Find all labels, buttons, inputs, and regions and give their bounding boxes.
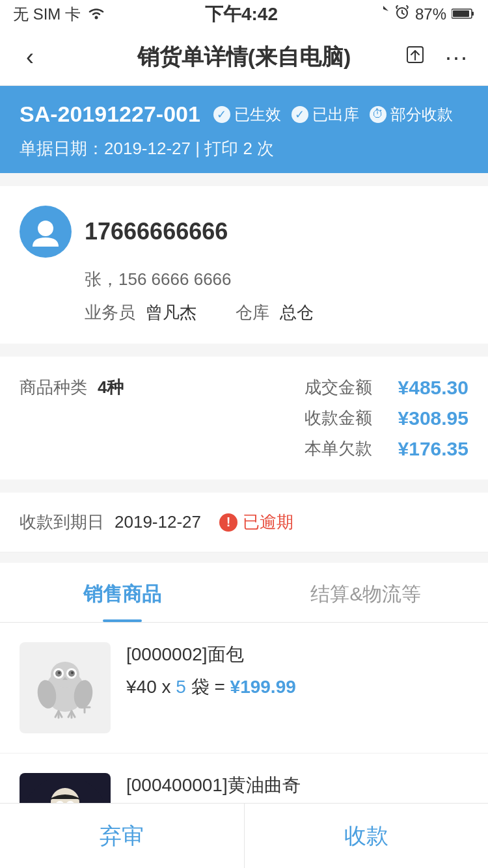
bottom-bar: 弃审 收款	[0, 803, 488, 868]
banner-top: SA-20191227-001 ✓ 已生效 ✓ 已出库 ⏱ 部分收款	[20, 102, 468, 127]
staff-label: 业务员	[85, 301, 135, 324]
product-name-2: [000400001]黄油曲奇	[126, 773, 468, 798]
deal-label: 成交金额	[305, 376, 372, 399]
status-left: 无 SIM 卡	[13, 4, 105, 25]
overdue-badge: ! 已逾期	[211, 508, 301, 536]
tabs: 销售商品 结算&物流等	[0, 563, 488, 623]
check-icon-2: ✓	[291, 106, 308, 123]
warehouse-value: 总仓	[280, 301, 314, 324]
warehouse-label: 仓库	[236, 301, 269, 324]
summary-right: 成交金额 ¥485.30 收款金额 ¥308.95 本单欠款 ¥176.35	[305, 376, 468, 460]
wifi-icon	[87, 5, 105, 23]
cancel-review-button[interactable]: 弃审	[0, 804, 245, 868]
deal-amount: ¥485.30	[398, 377, 468, 399]
svg-point-17	[71, 671, 74, 674]
status-right: 87%	[377, 5, 475, 24]
summary-left: 商品种类 4种	[20, 376, 124, 399]
nav-title: 销货单详情(来自电脑)	[137, 42, 351, 72]
collect-button[interactable]: 收款	[245, 804, 489, 868]
deal-amount-row: 成交金额 ¥485.30	[305, 376, 468, 399]
svg-rect-5	[472, 12, 474, 16]
svg-line-3	[402, 13, 404, 14]
due-date: 2019-12-27	[115, 512, 201, 532]
avatar	[20, 206, 72, 258]
staff-value: 曾凡杰	[146, 301, 197, 324]
badge-effective: ✓ 已生效	[213, 104, 281, 125]
customer-row: 17666666666	[20, 206, 468, 258]
badge-shipped: ✓ 已出库	[291, 104, 359, 125]
status-bar: 无 SIM 卡 下午4:42 87%	[0, 0, 488, 29]
product-image-1	[20, 642, 111, 733]
svg-point-9	[38, 221, 53, 236]
section-divider	[0, 552, 488, 563]
content-area: SA-20191227-001 ✓ 已生效 ✓ 已出库 ⏱ 部分收款 单据日期：…	[0, 86, 488, 868]
share-icon[interactable]	[405, 44, 426, 70]
debt-label: 本单欠款	[305, 437, 372, 460]
due-label: 收款到期日	[20, 511, 104, 534]
nav-right-actions: ···	[405, 44, 468, 71]
location-icon	[377, 5, 389, 23]
tab-settlement[interactable]: 结算&物流等	[244, 563, 488, 622]
back-button[interactable]: ‹	[20, 37, 40, 77]
order-date: 单据日期：2019-12-27 | 打印 2 次	[20, 137, 468, 160]
battery-icon	[452, 5, 475, 23]
svg-rect-6	[453, 10, 469, 17]
customer-name: 张，156 6666 6666	[85, 268, 468, 291]
alarm-icon	[394, 5, 410, 24]
customer-phone: 17666666666	[85, 218, 228, 245]
svg-point-16	[58, 671, 61, 674]
product-info-1: [0000002]面包 ¥40 x 5 袋 = ¥199.99	[126, 642, 468, 699]
tab-products[interactable]: 销售商品	[0, 563, 244, 622]
check-icon-1: ✓	[213, 106, 230, 123]
debt-amount-row: 本单欠款 ¥176.35	[305, 437, 468, 460]
product-total-1: ¥199.99	[230, 677, 296, 697]
order-banner: SA-20191227-001 ✓ 已生效 ✓ 已出库 ⏱ 部分收款 单据日期：…	[0, 86, 488, 173]
status-time: 下午4:42	[205, 2, 278, 27]
battery-label: 87%	[415, 5, 446, 23]
summary-section: 商品种类 4种 成交金额 ¥485.30 收款金额 ¥308.95 本单欠款 ¥…	[0, 357, 488, 480]
customer-section: 17666666666 张，156 6666 6666 业务员 曾凡杰 仓库 总…	[0, 186, 488, 344]
clock-icon: ⏱	[370, 106, 386, 123]
product-item-1: [0000002]面包 ¥40 x 5 袋 = ¥199.99	[0, 623, 488, 753]
collect-amount-row: 收款金额 ¥308.95	[305, 407, 468, 429]
staff-row: 业务员 曾凡杰 仓库 总仓	[85, 301, 468, 324]
nav-bar: ‹ 销货单详情(来自电脑) ···	[0, 29, 488, 86]
product-price-1: ¥40 x 5 袋 = ¥199.99	[126, 675, 468, 699]
status-badges: ✓ 已生效 ✓ 已出库 ⏱ 部分收款	[213, 104, 453, 125]
badge-partial: ⏱ 部分收款	[370, 104, 453, 125]
overdue-text: 已逾期	[243, 511, 293, 534]
product-name-1: [0000002]面包	[126, 642, 468, 667]
collect-amount: ¥308.95	[398, 407, 468, 429]
collect-label: 收款金额	[305, 407, 372, 429]
svg-point-0	[95, 16, 98, 20]
product-type-label: 商品种类	[20, 376, 87, 399]
product-qty-1: 5	[176, 677, 186, 697]
overdue-icon: !	[219, 513, 237, 532]
tab-underline	[103, 619, 142, 622]
debt-amount: ¥176.35	[398, 438, 468, 460]
more-icon[interactable]: ···	[445, 44, 468, 71]
due-section: 收款到期日 2019-12-27 ! 已逾期	[0, 493, 488, 552]
product-type-count: 4种	[98, 376, 124, 399]
carrier-label: 无 SIM 卡	[13, 4, 81, 25]
order-id: SA-20191227-001	[20, 102, 200, 127]
